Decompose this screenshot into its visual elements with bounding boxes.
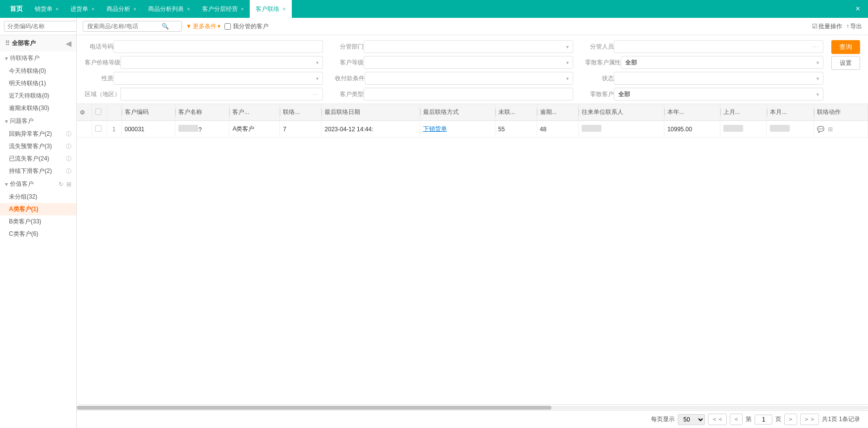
- settings-button[interactable]: 设置: [831, 56, 860, 70]
- tab-sales[interactable]: 销货单 ×: [29, 0, 64, 18]
- close-customer-contact-tab[interactable]: ×: [282, 6, 285, 12]
- sidebar-item-week[interactable]: 近7天待联络(0): [0, 90, 76, 102]
- close-goods-analysis-tab[interactable]: ×: [133, 6, 136, 12]
- scrollbar-thumb[interactable]: [77, 406, 551, 410]
- filter-customer-grade-select[interactable]: ▾: [364, 56, 573, 69]
- last-page-btn[interactable]: ＞＞: [800, 414, 819, 425]
- tab-purchase[interactable]: 进货单 ×: [64, 0, 100, 18]
- filter-customer-type-select[interactable]: [364, 88, 573, 101]
- col-customer-type: 客户...: [229, 104, 280, 121]
- filter-sparse-customer-select[interactable]: 全部 ▾: [614, 88, 823, 101]
- action-icon-2[interactable]: ⊞: [828, 126, 833, 133]
- filter-phone-input[interactable]: [113, 40, 323, 53]
- main-search-input[interactable]: [87, 23, 162, 30]
- filter-price-grade-select[interactable]: ▾: [120, 56, 323, 69]
- sidebar-item-churned[interactable]: 已流失客户(24) ⓘ: [0, 153, 76, 165]
- sidebar-collapse-btn[interactable]: ◀: [66, 40, 71, 48]
- prev-page-btn[interactable]: ＜: [730, 414, 743, 425]
- sidebar-item-class-c[interactable]: C类客户(6): [0, 228, 76, 240]
- cell-type: A类客户: [229, 121, 280, 138]
- cell-checkbox: [92, 121, 107, 138]
- select-all-checkbox[interactable]: [95, 108, 102, 115]
- tab-customer-contact[interactable]: 客户联络 ×: [250, 0, 291, 18]
- per-page-select[interactable]: 50 100 200: [678, 414, 705, 425]
- my-customers-checkbox[interactable]: [224, 23, 231, 30]
- tab-goods-analysis[interactable]: 商品分析 ×: [101, 0, 142, 18]
- add-value-group-icon[interactable]: ⊞: [66, 181, 71, 188]
- sidebar: 🔍 ⠿ 全部客户 ◀ ▾ 待联络客户 今天待联络(0) 明天待联络(1) 近7天…: [0, 18, 77, 428]
- sidebar-item-ungrouped[interactable]: 未分组(32): [0, 191, 76, 203]
- sparse-attr-chevron: ▾: [816, 60, 819, 65]
- export-btn[interactable]: ↑ 导出: [846, 22, 862, 31]
- batch-op-btn[interactable]: ☑ 批量操作: [812, 22, 842, 31]
- sidebar-section-pending[interactable]: ▾ 待联络客户: [0, 52, 76, 65]
- cell-last-contact-method[interactable]: 下销货单: [420, 121, 495, 138]
- sidebar-item-class-b[interactable]: B类客户(33): [0, 215, 76, 228]
- filter-dept-select[interactable]: ▾: [364, 40, 573, 53]
- sidebar-item-repurchase-abnormal[interactable]: 回购异常客户(2) ⓘ: [0, 128, 76, 140]
- contact-person-blurred: [582, 125, 601, 132]
- sidebar-item-class-a[interactable]: A类客户(1): [0, 203, 76, 215]
- info-icon-declining: ⓘ: [66, 167, 71, 175]
- info-icon-churned: ⓘ: [66, 155, 71, 162]
- filter-customer-grade: 客户等级 ▾: [335, 56, 573, 69]
- cell-name: ?: [175, 121, 229, 138]
- filter-status-select[interactable]: ▾: [614, 72, 823, 85]
- tab-goods-list[interactable]: 商品分析列表 ×: [142, 0, 196, 18]
- sidebar-item-overdue[interactable]: 逾期未联络(30): [0, 102, 76, 114]
- action-icon-1[interactable]: 💬: [817, 126, 824, 133]
- filter-row-3: 性质 ▾ 收付款条件 ▾: [85, 72, 823, 85]
- row-checkbox[interactable]: [95, 125, 102, 132]
- section-arrow-value: ▾: [5, 181, 8, 188]
- filter-status: 状态 ▾: [585, 72, 823, 85]
- tab-home[interactable]: 首页: [4, 0, 29, 18]
- page-input[interactable]: [755, 415, 772, 425]
- filter-payment: 收付款条件 ▾: [335, 72, 573, 85]
- main-layout: 🔍 ⠿ 全部客户 ◀ ▾ 待联络客户 今天待联络(0) 明天待联络(1) 近7天…: [0, 18, 868, 428]
- filter-region-select[interactable]: ···: [120, 88, 323, 101]
- refresh-icon[interactable]: ↻: [58, 181, 63, 188]
- col-customer-code: 客户编码: [121, 104, 175, 121]
- tab-customer-segment[interactable]: 客户分层经营 ×: [196, 0, 250, 18]
- sidebar-item-churn-warning[interactable]: 流失预警客户(3) ⓘ: [0, 140, 76, 153]
- col-last-month: 上月...: [720, 104, 767, 121]
- checkbox-icon: ☑: [812, 23, 817, 30]
- sidebar-item-declining[interactable]: 持续下滑客户(2) ⓘ: [0, 165, 76, 177]
- close-customer-segment-tab[interactable]: ×: [241, 6, 244, 12]
- close-goods-list-tab[interactable]: ×: [187, 6, 190, 12]
- contact-method-link[interactable]: 下销货单: [423, 125, 447, 132]
- per-page-label: 每页显示: [651, 415, 675, 424]
- sidebar-section-value[interactable]: ▾ 价值客户 ↻ ⊞: [0, 177, 76, 191]
- filter-payment-select[interactable]: ▾: [365, 72, 573, 85]
- filter-nature-select[interactable]: ▾: [113, 72, 323, 85]
- main-search-icon[interactable]: 🔍: [162, 23, 169, 30]
- cell-last-month: [720, 121, 767, 138]
- sidebar-section-problems[interactable]: ▾ 问题客户: [0, 114, 76, 128]
- filter-phone: 电话号码: [85, 40, 323, 53]
- more-conditions-chevron: ▾: [217, 23, 220, 30]
- first-page-btn[interactable]: ＜＜: [708, 414, 727, 425]
- next-page-btn[interactable]: ＞: [784, 414, 797, 425]
- my-customers-checkbox-label[interactable]: 我分管的客户: [224, 22, 269, 31]
- horizontal-scrollbar[interactable]: [77, 404, 868, 410]
- col-contact-person: 往来单位联系人: [578, 104, 664, 121]
- query-button[interactable]: 查询: [831, 40, 860, 54]
- cell-num: 1: [107, 121, 121, 138]
- filter-sparse-attr-select[interactable]: 全部 ▾: [621, 56, 823, 69]
- sidebar-search-input[interactable]: [4, 21, 77, 32]
- gear-icon[interactable]: ⚙: [80, 109, 85, 116]
- sidebar-item-today[interactable]: 今天待联络(0): [0, 65, 76, 77]
- more-conditions-btn[interactable]: ▼ 更多条件 ▾: [186, 22, 220, 31]
- customer-table: ⚙ 客户编码 客户名称: [77, 104, 868, 138]
- close-purchase-tab[interactable]: ×: [91, 6, 94, 12]
- sidebar-all-customers[interactable]: ⠿ 全部客户 ◀: [0, 35, 76, 52]
- filter-icon: ▼: [186, 23, 192, 30]
- section-arrow-problems: ▾: [5, 118, 8, 125]
- close-all-tabs[interactable]: ×: [852, 4, 864, 13]
- close-sales-tab[interactable]: ×: [55, 6, 58, 12]
- filter-person-select[interactable]: ···: [614, 40, 823, 53]
- table-row: 1 000031 ? A类客户 7 2023-04-12 14:44: 下销货单…: [77, 121, 868, 138]
- sidebar-item-tomorrow[interactable]: 明天待联络(1): [0, 77, 76, 90]
- filter-price-grade: 客户价格等级 ▾: [85, 56, 323, 69]
- filter-bar: 🔍 ▼ 更多条件 ▾ 我分管的客户 ☑ 批量操作 ↑ 导出: [77, 18, 868, 35]
